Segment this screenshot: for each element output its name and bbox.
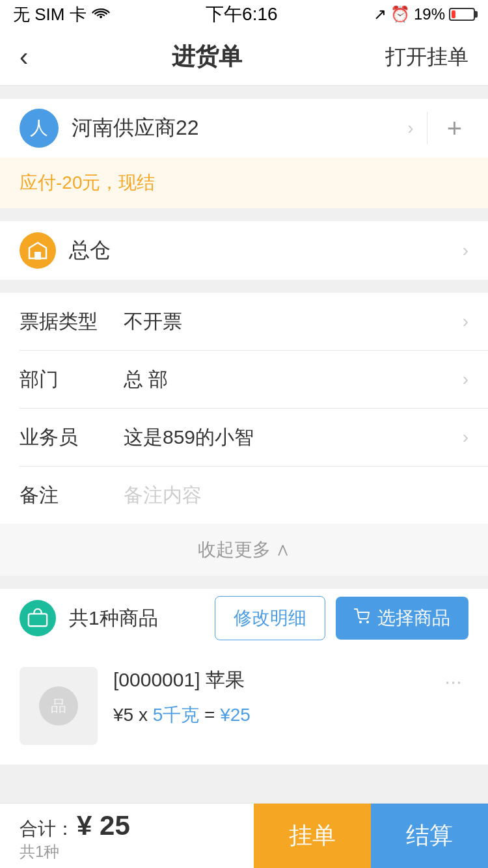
product-info: [0000001] 苹果 ¥5 x 5千克 = ¥25 — [113, 667, 422, 727]
product-name: [0000001] 苹果 — [113, 667, 422, 694]
product-unit-price: ¥5 x — [113, 705, 153, 725]
page-title: 进货单 — [172, 41, 242, 73]
divider-2 — [0, 280, 488, 293]
hang-button[interactable]: 挂单 — [254, 804, 371, 869]
product-header: 共1种商品 修改明细 选择商品 — [0, 589, 488, 647]
total-amount: ¥ 25 — [77, 810, 130, 841]
department-row[interactable]: 部门 总 部 › — [0, 351, 488, 408]
select-product-button[interactable]: 选择商品 — [336, 597, 468, 640]
department-label: 部门 — [20, 366, 111, 393]
product-item: 品 [0000001] 苹果 ¥5 x 5千克 = ¥25 ··· — [0, 647, 488, 765]
remark-label: 备注 — [20, 482, 111, 509]
warehouse-section: 总仓 › — [0, 221, 488, 280]
product-price: ¥5 x 5千克 = ¥25 — [113, 703, 422, 727]
product-quantity: 5千克 — [153, 705, 200, 725]
location-icon: ↗ — [373, 5, 386, 23]
add-button[interactable]: + — [441, 114, 468, 143]
product-equals: = — [199, 705, 220, 725]
invoice-type-row[interactable]: 票据类型 不开票 › — [0, 293, 488, 350]
product-count-icon — [20, 600, 56, 636]
status-bar: 无 SIM 卡 下午6:16 ↗ ⏰ 19% — [0, 0, 488, 29]
battery-percent: 19% — [414, 5, 445, 23]
warehouse-name: 总仓 — [69, 236, 463, 265]
edit-detail-button[interactable]: 修改明细 — [215, 596, 325, 640]
bottom-bar: 合计： ¥ 25 共1种 挂单 结算 — [0, 803, 488, 868]
svg-rect-1 — [29, 614, 47, 626]
remark-input[interactable]: 备注内容 — [111, 482, 468, 509]
back-button[interactable]: ‹ — [20, 42, 28, 72]
salesperson-value: 这是859的小智 — [111, 424, 463, 451]
department-value: 总 部 — [111, 366, 463, 393]
product-thumbnail: 品 — [20, 667, 98, 745]
remark-row[interactable]: 备注 备注内容 — [0, 467, 488, 524]
warehouse-chevron-icon: › — [463, 240, 468, 261]
alarm-icon: ⏰ — [390, 5, 410, 23]
warehouse-row[interactable]: 总仓 › — [0, 221, 488, 280]
divider-3 — [0, 576, 488, 589]
svg-rect-0 — [34, 252, 41, 260]
total-label: 合计： — [20, 817, 74, 841]
total-count: 共1种 — [20, 841, 234, 862]
open-hang-button[interactable]: 打开挂单 — [385, 43, 468, 72]
collapse-button[interactable]: 收起更多 ∧ — [0, 524, 488, 576]
supplier-avatar-icon: 人 — [30, 116, 48, 141]
form-section: 票据类型 不开票 › 部门 总 部 › 业务员 这是859的小智 › 备注 备注… — [0, 293, 488, 524]
supplier-section: 人 河南供应商22 › + 应付-20元，现结 — [0, 99, 488, 208]
salesperson-row[interactable]: 业务员 这是859的小智 › — [0, 409, 488, 466]
supplier-chevron-icon: › — [407, 118, 413, 139]
battery-icon — [449, 8, 475, 21]
cart-icon — [354, 608, 372, 629]
divider-1 — [0, 208, 488, 221]
product-more-button[interactable]: ··· — [438, 667, 468, 696]
product-total: ¥25 — [220, 705, 251, 725]
checkout-button[interactable]: 结算 — [371, 804, 488, 869]
warehouse-icon — [20, 232, 56, 269]
salesperson-label: 业务员 — [20, 424, 111, 451]
supplier-avatar: 人 — [20, 109, 59, 148]
svg-point-2 — [359, 621, 362, 623]
total-section: 合计： ¥ 25 共1种 — [0, 810, 254, 862]
top-divider — [0, 86, 488, 99]
supplier-divider — [427, 112, 427, 144]
invoice-chevron-icon: › — [463, 311, 468, 332]
supplier-row[interactable]: 人 河南供应商22 › + — [0, 99, 488, 157]
invoice-type-label: 票据类型 — [20, 308, 111, 335]
warning-banner: 应付-20元，现结 — [0, 157, 488, 208]
select-product-label: 选择商品 — [377, 606, 450, 631]
carrier-text: 无 SIM 卡 — [13, 3, 87, 26]
product-section: 品 [0000001] 苹果 ¥5 x 5千克 = ¥25 ··· — [0, 647, 488, 765]
nav-bar: ‹ 进货单 打开挂单 — [0, 29, 488, 86]
svg-text:品: 品 — [51, 697, 66, 714]
salesperson-chevron-icon: › — [463, 427, 468, 448]
department-chevron-icon: › — [463, 369, 468, 390]
status-time: 下午6:16 — [206, 2, 278, 27]
product-count-text: 共1种商品 — [69, 605, 215, 632]
wifi-icon — [92, 5, 110, 25]
supplier-name: 河南供应商22 — [72, 114, 407, 142]
status-right: ↗ ⏰ 19% — [373, 5, 475, 23]
status-left: 无 SIM 卡 — [13, 3, 110, 26]
invoice-type-value: 不开票 — [111, 308, 463, 335]
svg-point-3 — [366, 621, 369, 623]
